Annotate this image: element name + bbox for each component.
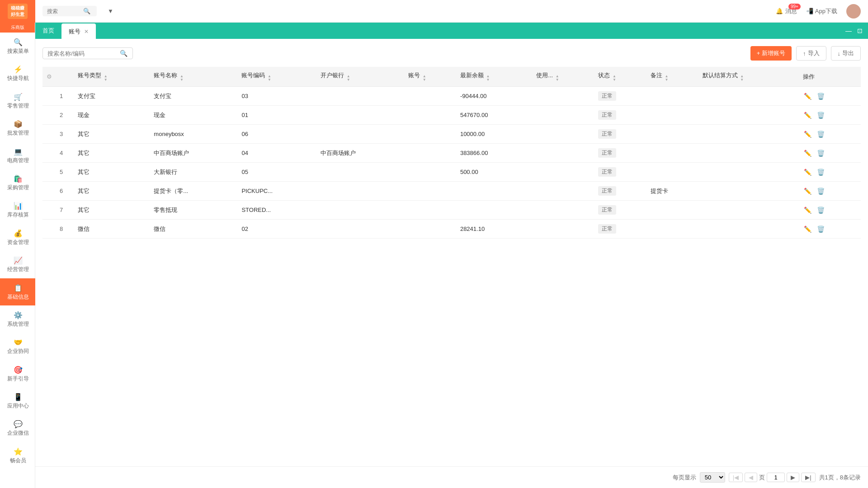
cell-operations: ✏️ 🗑️ [799,182,861,201]
search-wrap[interactable]: 🔍 [42,47,133,59]
sidebar: 稳稳赚 好生意 乐商版 🔍 搜索菜单 ⚡ 快捷导航 🛒 零售管理 📦 批发管理 … [0,0,35,488]
sidebar-item-basic-info[interactable]: 📋 基础信息 [0,278,35,305]
last-page-button[interactable]: ▶| [801,473,815,482]
next-page-button[interactable]: ▶ [787,473,799,482]
messages-button[interactable]: 🔔 消息 99+ [776,7,797,15]
th-bank[interactable]: 开户银行 ▲▼ [317,67,405,87]
content-area: 🔍 + 新增账号 ↑ 导入 ↓ 导出 [35,39,868,488]
cell-default-settlement [699,144,799,163]
status-badge: 正常 [598,167,616,177]
cell-status: 正常 [594,125,647,144]
sidebar-item-label: 电商管理 [7,157,29,164]
edit-button[interactable]: ✏️ [803,149,812,158]
sidebar-item-retail-mgmt[interactable]: 🛒 零售管理 [0,87,35,114]
add-account-button[interactable]: + 新增账号 [750,46,792,61]
table-row: 5 其它 大新银行 05 500.00 正常 ✏️ 🗑️ [42,163,861,182]
cell-account-no [405,125,457,144]
th-account-type[interactable]: 账号类型 ▲▼ [74,67,150,87]
th-remarks[interactable]: 备注 ▲▼ [647,67,699,87]
user-avatar[interactable] [846,4,861,19]
th-account-code[interactable]: 账号编码 ▲▼ [238,67,317,87]
table-row: 6 其它 提货卡（零... PICKUPC... 正常 提货卡 ✏️ 🗑️ [42,182,861,201]
topbar-dropdown[interactable]: ▼ [106,8,113,14]
cell-account-name: 提货卡（零... [150,182,238,201]
topbar-search-input[interactable] [47,8,83,14]
delete-button[interactable]: 🗑️ [816,168,826,177]
sidebar-item-enterprise-wechat[interactable]: 💬 企业微信 [0,414,35,441]
sidebar-item-ops-mgmt[interactable]: 📈 经营管理 [0,251,35,278]
sidebar-item-system-mgmt[interactable]: ⚙️ 系统管理 [0,305,35,333]
edit-button[interactable]: ✏️ [803,92,812,101]
cell-usage [533,163,594,182]
sidebar-item-search-menu[interactable]: 🔍 搜索菜单 [0,33,35,60]
tab-home[interactable]: 首页 [35,23,61,39]
minimize-icon[interactable]: — [844,26,854,35]
edit-button[interactable]: ✏️ [803,130,812,139]
th-latest-balance[interactable]: 最新余额 ▲▼ [457,67,533,87]
home-tab-label: 首页 [42,27,54,35]
sidebar-item-app-center[interactable]: 📱 应用中心 [0,387,35,414]
sidebar-item-label: 零售管理 [7,103,29,109]
status-badge: 正常 [598,110,616,120]
delete-button[interactable]: 🗑️ [816,130,826,139]
sidebar-item-vip-member[interactable]: ⭐ 畅会员 [0,442,35,469]
delete-button[interactable]: 🗑️ [816,111,826,120]
prev-page-button[interactable]: ◀ [745,473,757,482]
cell-account-no [405,163,457,182]
sidebar-item-inventory[interactable]: 📊 库存核算 [0,196,35,223]
sidebar-item-quick-nav[interactable]: ⚡ 快捷导航 [0,60,35,87]
cell-operations: ✏️ 🗑️ [799,220,861,239]
cell-account-type: 微信 [74,220,150,239]
delete-button[interactable]: 🗑️ [816,225,826,234]
export-button[interactable]: ↓ 导出 [831,46,861,61]
cell-latest-balance: 28241.10 [457,220,533,239]
sort-icon: ▲▼ [104,75,108,82]
th-account-no[interactable]: 账号 ▲▼ [405,67,457,87]
edit-button[interactable]: ✏️ [803,187,812,196]
status-badge: 正常 [598,129,616,139]
th-default-settlement[interactable]: 默认结算方式 ▲▼ [699,67,799,87]
import-button[interactable]: ↑ 导入 [796,46,826,61]
sidebar-item-finance-mgmt[interactable]: 💰 资金管理 [0,224,35,251]
delete-button[interactable]: 🗑️ [816,92,826,101]
edit-button[interactable]: ✏️ [803,225,812,234]
app-download-button[interactable]: 📲 App下载 [806,7,837,15]
cell-index: 1 [56,87,74,106]
delete-button[interactable]: 🗑️ [816,206,826,215]
delete-button[interactable]: 🗑️ [816,149,826,158]
search-input[interactable] [47,50,120,57]
topbar-search[interactable]: 🔍 [42,6,97,16]
cell-usage [533,220,594,239]
cell-account-type: 其它 [74,125,150,144]
th-usage[interactable]: 使用... ▲▼ [533,67,594,87]
gear-icon[interactable]: ⚙ [47,73,52,80]
ops-icon: 📈 [14,256,23,265]
sidebar-item-enterprise-agree[interactable]: 🤝 企业协同 [0,333,35,360]
delete-button[interactable]: 🗑️ [816,187,826,196]
sidebar-item-wholesale-mgmt[interactable]: 📦 批发管理 [0,114,35,141]
sidebar-item-new-guide[interactable]: 🎯 新手引导 [0,360,35,387]
first-page-button[interactable]: |◀ [729,473,743,482]
cell-latest-balance: 500.00 [457,163,533,182]
content-inner: 🔍 + 新增账号 ↑ 导入 ↓ 导出 [35,39,868,466]
maximize-icon[interactable]: ⊡ [855,26,864,35]
page-nav: |◀ ◀ 页 ▶ ▶| [729,473,816,482]
cell-settings [42,106,56,125]
cell-default-settlement [699,106,799,125]
page-size-dropdown[interactable]: 50 100 200 [700,472,725,483]
sidebar-item-ecommerce-mgmt[interactable]: 💻 电商管理 [0,142,35,169]
cell-bank [317,182,405,201]
th-account-name[interactable]: 账号名称 ▲▼ [150,67,238,87]
edit-button[interactable]: ✏️ [803,168,812,177]
tab-close-button[interactable]: ✕ [84,28,89,35]
vip-icon: ⭐ [14,447,23,456]
th-status[interactable]: 状态 ▲▼ [594,67,647,87]
edit-button[interactable]: ✏️ [803,206,812,215]
page-size-select[interactable]: 50 100 200 [700,472,725,483]
edit-button[interactable]: ✏️ [803,111,812,120]
tab-accounts[interactable]: 账号 ✕ [61,23,96,40]
sidebar-item-purchase-mgmt[interactable]: 🛍️ 采购管理 [0,169,35,196]
cell-account-no [405,220,457,239]
logo-text2: 好生意 [11,11,24,18]
page-input[interactable] [767,473,785,482]
